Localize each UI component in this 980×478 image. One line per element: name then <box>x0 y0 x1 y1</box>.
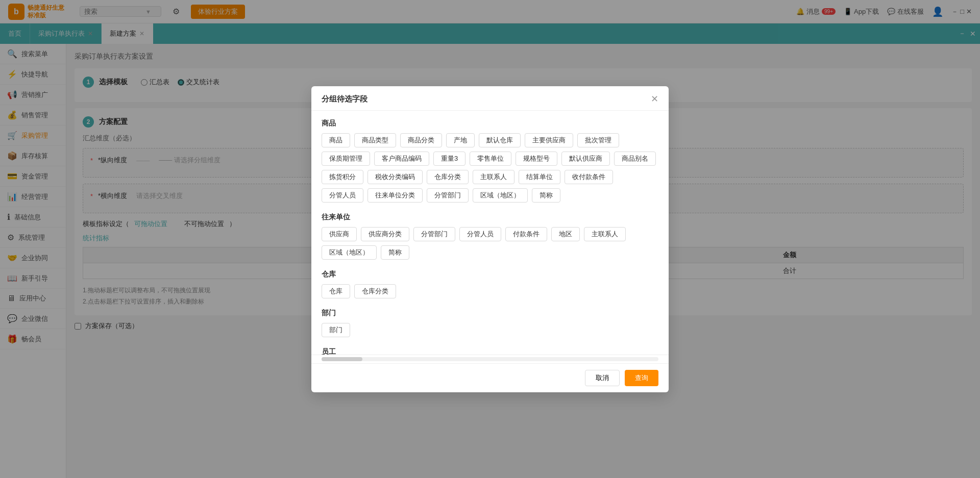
section-dept-title: 部门 <box>322 309 658 318</box>
field-tag[interactable]: 分管部门 <box>427 188 469 203</box>
partner-tags: 供应商供应商分类分管部门分管人员付款条件地区主联系人区域（地区）简称 <box>322 227 658 260</box>
field-tag[interactable]: 供应商分类 <box>361 227 409 241</box>
modal-close-btn[interactable]: ✕ <box>651 94 658 104</box>
section-dept: 部门 部门 <box>322 309 658 337</box>
field-tag[interactable]: 保质期管理 <box>322 152 370 166</box>
modal-box: 分组待选字段 ✕ 商品 商品商品类型商品分类产地默认仓库主要供应商批次管理保质期… <box>311 86 669 392</box>
warehouse-tags: 仓库仓库分类 <box>322 284 658 298</box>
section-staff: 员工 业务员 <box>322 347 658 355</box>
modal-confirm-btn[interactable]: 查询 <box>625 370 658 386</box>
dept-tags: 部门 <box>322 323 658 337</box>
field-tag[interactable]: 主联系人 <box>473 170 514 184</box>
field-tag[interactable]: 简称 <box>381 245 409 260</box>
section-partner: 往来单位 供应商供应商分类分管部门分管人员付款条件地区主联系人区域（地区）简称 <box>322 213 658 260</box>
field-tag[interactable]: 默认仓库 <box>479 133 521 147</box>
modal-cancel-btn[interactable]: 取消 <box>585 370 620 386</box>
field-tag[interactable]: 区域（地区） <box>322 245 377 260</box>
field-tag[interactable]: 仓库分类 <box>354 284 396 298</box>
modal-overlay: 分组待选字段 ✕ 商品 商品商品类型商品分类产地默认仓库主要供应商批次管理保质期… <box>0 0 980 478</box>
modal-title: 分组待选字段 <box>322 94 368 104</box>
modal-hscroll <box>311 355 669 363</box>
field-tag[interactable]: 地区 <box>551 227 580 241</box>
field-tag[interactable]: 仓库 <box>322 284 350 298</box>
field-tag[interactable]: 主要供应商 <box>525 133 573 147</box>
section-warehouse-title: 仓库 <box>322 270 658 279</box>
field-tag[interactable]: 结算单位 <box>519 170 560 184</box>
field-tag[interactable]: 默认供应商 <box>561 152 610 166</box>
field-tag[interactable]: 规格型号 <box>516 152 557 166</box>
field-tag[interactable]: 主联系人 <box>584 227 626 241</box>
field-tag[interactable]: 分管人员 <box>459 227 501 241</box>
field-tag[interactable]: 供应商 <box>322 227 357 241</box>
field-tag[interactable]: 分管人员 <box>322 188 363 203</box>
field-tag[interactable]: 简称 <box>532 188 560 203</box>
field-tag[interactable]: 客户商品编码 <box>374 152 429 166</box>
modal-body: 商品 商品商品类型商品分类产地默认仓库主要供应商批次管理保质期管理客户商品编码重… <box>311 111 669 355</box>
section-warehouse: 仓库 仓库仓库分类 <box>322 270 658 298</box>
hscroll-thumb <box>322 357 362 361</box>
field-tag[interactable]: 分管部门 <box>413 227 455 241</box>
field-tag[interactable]: 重量3 <box>433 152 465 166</box>
field-tag[interactable]: 零售单位 <box>470 152 511 166</box>
field-tag[interactable]: 税收分类编码 <box>368 170 423 184</box>
field-tag[interactable]: 收付款条件 <box>565 170 613 184</box>
field-tag[interactable]: 拣货积分 <box>322 170 363 184</box>
section-goods-title: 商品 <box>322 119 658 128</box>
field-tag[interactable]: 往来单位分类 <box>368 188 423 203</box>
hscroll-bar <box>322 357 658 361</box>
field-tag[interactable]: 区域（地区） <box>473 188 528 203</box>
field-tag[interactable]: 商品 <box>322 133 350 147</box>
modal-header: 分组待选字段 ✕ <box>311 86 669 111</box>
field-tag[interactable]: 商品分类 <box>400 133 442 147</box>
modal-footer: 取消 查询 <box>311 363 669 392</box>
section-partner-title: 往来单位 <box>322 213 658 222</box>
field-tag[interactable]: 批次管理 <box>577 133 619 147</box>
field-tag[interactable]: 商品别名 <box>614 152 656 166</box>
section-goods: 商品 商品商品类型商品分类产地默认仓库主要供应商批次管理保质期管理客户商品编码重… <box>322 119 658 203</box>
field-tag[interactable]: 产地 <box>446 133 475 147</box>
field-tag[interactable]: 仓库分类 <box>427 170 469 184</box>
field-tag[interactable]: 部门 <box>322 323 350 337</box>
field-tag[interactable]: 商品类型 <box>354 133 396 147</box>
field-tag[interactable]: 付款条件 <box>505 227 547 241</box>
section-staff-title: 员工 <box>322 347 658 355</box>
goods-tags: 商品商品类型商品分类产地默认仓库主要供应商批次管理保质期管理客户商品编码重量3零… <box>322 133 658 203</box>
